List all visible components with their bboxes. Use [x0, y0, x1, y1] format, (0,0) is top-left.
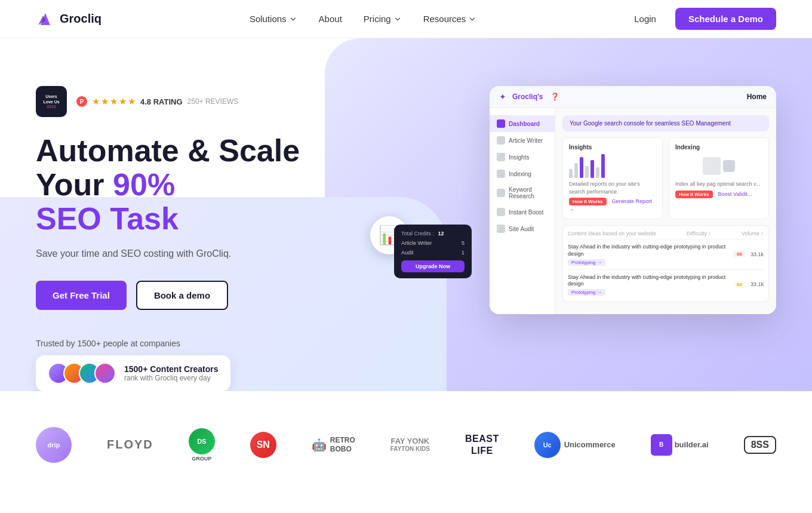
hero-buttons: Get Free Trial Book a demo	[36, 281, 346, 310]
content-label-1: Stay Ahead in the industry with cutting-…	[568, 244, 728, 257]
dash-topbar-icon: ✦	[499, 92, 506, 102]
grocliq-logo-icon	[36, 10, 55, 29]
trust-avatars	[48, 363, 116, 384]
hero-subtitle: Save your time and SEO costing with GroC…	[36, 248, 346, 259]
insights-card-title: Insights	[569, 144, 656, 150]
badge-line2: Love Us	[43, 100, 59, 105]
dash-content-table: Content ideas based on your website Diff…	[562, 225, 769, 302]
proto-badge-2[interactable]: Prototyping →	[568, 289, 605, 296]
table-row-2: Stay Ahead in the industry with cutting-…	[568, 272, 764, 297]
trust-info: 1500+ Content Creators rank with Grocliq…	[124, 364, 219, 382]
trust-label: Trusted by 1500+ people at companies	[36, 339, 346, 348]
rating-value: 4.8 RATING	[140, 97, 183, 106]
dash-home-label: Home	[747, 93, 767, 101]
brand-sn: SN	[250, 432, 276, 458]
dash-brand: Grocliq's	[512, 93, 543, 101]
nav-logo[interactable]: Grocliq	[36, 10, 102, 29]
brands-grid: drip FLOYD DS GROUP SN 🤖 RETROBOBO FAY Y…	[36, 427, 776, 463]
hero-title: Automate & Scale Your 90% SEO Task	[36, 134, 346, 236]
difficulty-2: 60	[733, 281, 746, 288]
product-hunt-logo: P	[76, 96, 87, 107]
navbar: Grocliq Solutions About Pricing Resource…	[0, 0, 812, 38]
sidebar-item-site-audit[interactable]: Site Audit	[490, 220, 555, 237]
hero-title-accent: 90%	[113, 167, 175, 202]
nav-link-solutions[interactable]: Solutions	[241, 9, 306, 29]
nav-logo-text: Grocliq	[60, 12, 102, 26]
star-3: ★	[110, 96, 118, 107]
hero-content: Users Love Us 2022 P ★ ★ ★ ★ ★ 4.8 RATIN…	[36, 74, 346, 391]
hero-image: ✦ Grocliq's ❓ Home Dashboard Article Wri…	[346, 74, 776, 314]
insights-chart	[569, 154, 656, 178]
brand-fay-yonk: FAY YONK FAYTON KIDS	[390, 437, 430, 453]
nav-actions: Login Schedule a Demo	[625, 8, 776, 30]
brand-retro-bobo: 🤖 RETROBOBO	[312, 436, 355, 453]
brand-builder-ai: B builder.ai	[651, 434, 709, 456]
star-rating: ★ ★ ★ ★ ★	[92, 96, 136, 107]
hero-trust: Trusted by 1500+ people at companies 150…	[36, 339, 346, 391]
hero-badge-row: Users Love Us 2022 P ★ ★ ★ ★ ★ 4.8 RATIN…	[36, 86, 346, 117]
dash-body: Dashboard Article Writer Insights Indexi…	[490, 108, 776, 314]
nav-links: Solutions About Pricing Resources	[241, 9, 485, 29]
avatar-4	[94, 363, 116, 384]
book-demo-button[interactable]: Book a demo	[136, 281, 228, 310]
nav-link-resources[interactable]: Resources	[415, 9, 485, 29]
brand-beast-life: BEAST LIFE	[465, 433, 499, 456]
indexing-how-it-works[interactable]: How It Works	[675, 191, 713, 198]
nav-link-about[interactable]: About	[310, 9, 350, 29]
users-love-us-badge: Users Love Us 2022	[36, 86, 67, 117]
chevron-down-icon	[289, 15, 297, 23]
brand-8ss: 8SS	[744, 436, 776, 454]
sidebar-item-indexing[interactable]: Indexing	[490, 165, 555, 182]
features-section: Features Features that handle your SEO i…	[0, 487, 812, 513]
dash-insights-card: Insights Detailed reports on your sit	[562, 137, 663, 219]
content-label-2: Stay Ahead in the industry with cutting-…	[568, 274, 728, 288]
col-content: Content ideas based on your website	[568, 231, 656, 236]
star-5: ★	[128, 96, 136, 107]
dash-help-icon: ❓	[550, 93, 559, 101]
indexing-desc: Index all key pag optimal search v...	[675, 180, 762, 188]
insights-how-it-works[interactable]: How It Works	[569, 198, 607, 205]
proto-badge-1[interactable]: Prototyping →	[568, 259, 605, 266]
badge-sub: 2022	[47, 105, 56, 109]
dash-banner: Your Google search console for seamless …	[562, 115, 769, 131]
col-difficulty: Difficulty ↑	[687, 231, 711, 236]
boost-validate[interactable]: Boost Validit...	[718, 191, 752, 197]
star-4: ★	[119, 96, 127, 107]
indexing-visual	[675, 154, 762, 178]
table-header: Content ideas based on your website Diff…	[568, 231, 764, 239]
nav-login-button[interactable]: Login	[625, 9, 666, 29]
brand-drip: drip	[36, 427, 72, 463]
chevron-down-icon	[393, 15, 402, 23]
hero-rating: P ★ ★ ★ ★ ★ 4.8 RATING 250+ REVIEWS	[76, 96, 238, 107]
dash-main: Your Google search console for seamless …	[555, 108, 776, 314]
star-1: ★	[92, 96, 100, 107]
brand-unicommerce: Uc Unicommerce	[534, 432, 616, 458]
trust-card: 1500+ Content Creators rank with Grocliq…	[36, 355, 230, 391]
indexing-card-title: Indexing	[675, 144, 762, 150]
dash-cards-grid: Insights Detailed reports on your sit	[562, 137, 769, 219]
sidebar-item-instant-boost[interactable]: Instant Boost	[490, 204, 555, 220]
sidebar-item-dashboard[interactable]: Dashboard	[490, 115, 555, 132]
get-free-trial-button[interactable]: Get Free Trial	[36, 281, 127, 310]
sidebar-item-keyword-research[interactable]: Keyword Research	[490, 182, 555, 204]
dash-sidebar: Dashboard Article Writer Insights Indexi…	[490, 108, 555, 314]
sidebar-item-article-writer[interactable]: Article Writer	[490, 132, 555, 149]
nav-schedule-demo-button[interactable]: Schedule a Demo	[675, 8, 776, 30]
volume-2: 33.1k	[751, 281, 764, 287]
dashboard-mockup: ✦ Grocliq's ❓ Home Dashboard Article Wri…	[490, 86, 776, 314]
table-row-1: Stay Ahead in the industry with cutting-…	[568, 242, 764, 266]
badge-line1: Users	[45, 94, 57, 99]
chevron-down-icon	[468, 15, 476, 23]
insights-desc: Detailed reports on your site's search p…	[569, 180, 656, 195]
dash-topbar: ✦ Grocliq's ❓ Home	[490, 86, 776, 108]
difficulty-1: 60	[733, 251, 746, 257]
brand-ds-group: DS GROUP	[189, 428, 215, 462]
star-2: ★	[101, 96, 109, 107]
brands-section: drip FLOYD DS GROUP SN 🤖 RETROBOBO FAY Y…	[0, 391, 812, 487]
sidebar-item-insights[interactable]: Insights	[490, 149, 555, 165]
nav-link-pricing[interactable]: Pricing	[355, 9, 410, 29]
trust-desc: rank with Grocliq every day	[124, 374, 219, 382]
trust-count: 1500+ Content Creators	[124, 364, 219, 374]
col-volume: Volume ↑	[742, 231, 764, 236]
volume-1: 33.1k	[751, 251, 764, 257]
